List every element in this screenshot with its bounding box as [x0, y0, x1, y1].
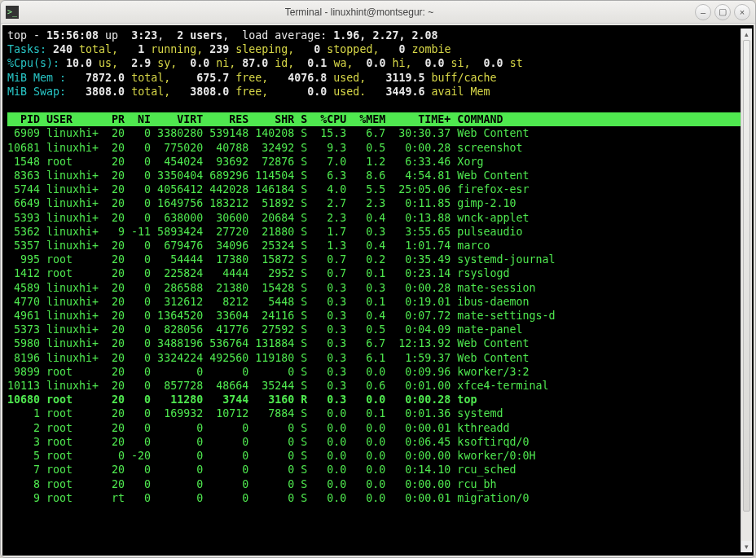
process-row: 4589 linuxhi+ 20 0 286588 21380 15428 S …	[7, 281, 741, 295]
process-row: 5373 linuxhi+ 20 0 828056 41776 27592 S …	[7, 323, 741, 336]
process-row: 995 root 20 0 54444 17380 15872 S 0.7 0.…	[7, 253, 741, 266]
process-row: 4770 linuxhi+ 20 0 312612 8212 5448 S 0.…	[7, 295, 741, 309]
process-row: 10113 linuxhi+ 20 0 857728 48664 35244 S…	[7, 379, 741, 393]
close-button[interactable]: ×	[734, 4, 750, 20]
process-row: 5980 linuxhi+ 20 0 3488196 536764 131884…	[7, 336, 741, 350]
process-row: 8363 linuxhi+ 20 0 3350404 689296 114504…	[7, 169, 741, 182]
process-row: 2 root 20 0 0 0 0 S 0.0 0.0 0:00.01 kthr…	[7, 421, 741, 435]
process-row: 3 root 20 0 0 0 0 S 0.0 0.0 0:06.45 ksof…	[7, 435, 741, 449]
process-row: 4961 linuxhi+ 20 0 1364520 33604 24116 S…	[7, 309, 741, 323]
process-row: 8 root 20 0 0 0 0 S 0.0 0.0 0:00.00 rcu_…	[7, 477, 741, 491]
window-controls: – ▢ ×	[695, 4, 750, 20]
terminal-icon: >_	[6, 6, 19, 19]
maximize-button[interactable]: ▢	[714, 4, 731, 20]
process-row: 5362 linuxhi+ 9 -11 5893424 27720 21880 …	[7, 225, 741, 239]
process-row: 9 root rt 0 0 0 0 S 0.0 0.0 0:00.01 migr…	[7, 491, 741, 505]
process-row: 5744 linuxhi+ 20 0 4056412 442028 146184…	[7, 182, 741, 196]
process-row: 5357 linuxhi+ 20 0 679476 34096 25324 S …	[7, 239, 741, 253]
process-row: 6909 linuxhi+ 20 0 3380280 539148 140208…	[7, 126, 741, 140]
process-row: 10681 linuxhi+ 20 0 775020 40788 32492 S…	[7, 141, 741, 155]
titlebar[interactable]: >_ Terminal - linuxhint@montsegur: ~ – ▢…	[1, 1, 755, 24]
minimize-button[interactable]: –	[695, 4, 711, 20]
process-header: PID USER PR NI VIRT RES SHR S %CPU %MEM …	[7, 112, 741, 126]
process-row: 1412 root 20 0 225824 4444 2952 S 0.7 0.…	[7, 266, 741, 280]
scroll-up-button[interactable]: ▴	[741, 29, 752, 40]
process-row: 5393 linuxhi+ 20 0 638000 30600 20684 S …	[7, 211, 741, 225]
process-row: 5 root 0 -20 0 0 0 S 0.0 0.0 0:00.00 kwo…	[7, 449, 741, 463]
scrollbar[interactable]: ▴ ▾	[741, 29, 752, 552]
scroll-thumb[interactable]	[743, 40, 750, 512]
process-row: 10680 root 20 0 11280 3744 3160 R 0.3 0.…	[7, 393, 741, 406]
terminal-output[interactable]: top - 15:56:08 up 3:23, 2 users, load av…	[7, 29, 741, 552]
terminal-window: >_ Terminal - linuxhint@montsegur: ~ – ▢…	[0, 0, 756, 558]
process-row: 6649 linuxhi+ 20 0 1649756 183212 51892 …	[7, 196, 741, 210]
process-row: 7 root 20 0 0 0 0 S 0.0 0.0 0:14.10 rcu_…	[7, 463, 741, 477]
window-title: Terminal - linuxhint@montsegur: ~	[24, 7, 695, 18]
process-row: 1 root 20 0 169932 10712 7884 S 0.0 0.1 …	[7, 406, 741, 420]
terminal-area: top - 15:56:08 up 3:23, 2 users, load av…	[2, 25, 754, 556]
process-row: 9899 root 20 0 0 0 0 S 0.3 0.0 0:09.96 k…	[7, 365, 741, 379]
process-row: 1548 root 20 0 454024 93692 72876 S 7.0 …	[7, 155, 741, 169]
process-row: 8196 linuxhi+ 20 0 3324224 492560 119180…	[7, 351, 741, 365]
scroll-down-button[interactable]: ▾	[741, 541, 752, 552]
